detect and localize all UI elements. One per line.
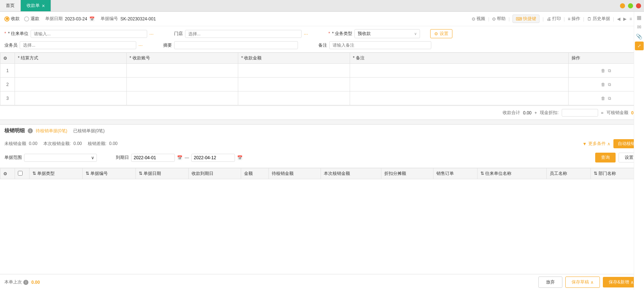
operations-btn[interactable]: ≡ 操作 bbox=[568, 16, 580, 22]
more-conditions-btn[interactable]: ▼ 更多条件 ∧ bbox=[582, 141, 610, 147]
reconcile-title: 核销明细 bbox=[4, 128, 25, 134]
counterpart-input[interactable] bbox=[31, 30, 147, 38]
row-settlement-2[interactable] bbox=[15, 78, 127, 91]
arrow-up-icon: ∧ bbox=[607, 141, 610, 146]
radio-refund[interactable]: 退款 bbox=[24, 16, 39, 22]
radio-receipt-dot bbox=[4, 16, 9, 21]
settings-label: 设置 bbox=[440, 31, 448, 37]
select-all-checkbox[interactable] bbox=[18, 171, 23, 176]
total-label: 收款合计 bbox=[503, 110, 520, 116]
business-type-value: 预收款 bbox=[358, 31, 371, 37]
salesperson-label: 业务员 bbox=[4, 42, 17, 48]
tab-close-icon[interactable]: × bbox=[42, 3, 45, 9]
row-amount-2[interactable] bbox=[238, 78, 350, 91]
table-gear-icon: ⚙ bbox=[3, 56, 7, 61]
tab-home[interactable]: 首页 bbox=[0, 0, 21, 11]
summary-input[interactable] bbox=[174, 41, 298, 49]
counterpart-more-btn[interactable]: ··· bbox=[149, 31, 154, 37]
right-sidebar: ▦ ✉ 📎 ⤢ bbox=[634, 12, 644, 290]
history-btn[interactable]: 🗒 历史单据 bbox=[587, 16, 610, 22]
bottom-col-amount: 金额 bbox=[241, 168, 268, 179]
bottom-col-checkbox[interactable] bbox=[15, 168, 30, 179]
sidebar-table-icon[interactable]: ▦ bbox=[635, 13, 644, 22]
plus-sign: + bbox=[534, 110, 537, 115]
print-btn[interactable]: 🖨 打印 bbox=[547, 16, 561, 22]
bottom-col-date: ⇅ 单据日期 bbox=[136, 168, 189, 179]
table-row: 1 🗑 ⧉ bbox=[0, 64, 644, 78]
row-settlement-3[interactable] bbox=[15, 91, 127, 105]
copy-icon-3[interactable]: ⧉ bbox=[608, 96, 611, 101]
bottom-col-number: ⇅ 单据编号 bbox=[82, 168, 136, 179]
store-more-btn[interactable]: ··· bbox=[304, 31, 308, 37]
range-select[interactable]: ∨ bbox=[24, 154, 97, 162]
tab-receipt[interactable]: 收款单 × bbox=[21, 0, 51, 11]
date-field: 单据日期 2023-03-24 📅 bbox=[45, 16, 95, 22]
bottom-col-counterpart: ⇅ 往来单位名称 bbox=[477, 168, 546, 179]
shortcuts-btn[interactable]: ⌨ 快捷键 bbox=[513, 15, 539, 23]
delete-icon-3[interactable]: 🗑 bbox=[601, 96, 605, 101]
left-arrow-icon[interactable]: ◀ bbox=[617, 16, 620, 21]
row-account-2[interactable] bbox=[126, 78, 238, 91]
row-remark-2[interactable] bbox=[350, 78, 568, 91]
salesperson-input[interactable] bbox=[20, 41, 136, 49]
bottom-col-pending: 待核销金额 bbox=[268, 168, 321, 179]
col-gear[interactable]: ⚙ bbox=[0, 53, 15, 64]
row-amount-1[interactable] bbox=[238, 64, 350, 78]
video-btn[interactable]: ⊙ 视频 bbox=[472, 16, 485, 22]
sidebar-email-icon[interactable]: ✉ bbox=[635, 23, 644, 31]
number-field: 单据编号 SK-20230324-001 bbox=[101, 16, 156, 22]
col-amount: * 收款金额 bbox=[238, 53, 350, 64]
help-btn[interactable]: ⊙ 帮助 bbox=[492, 16, 506, 22]
right-arrow-icon[interactable]: ▶ bbox=[623, 16, 627, 21]
reconcile-section: 核销明细 i 待核销单据(0笔) 已核销单据(0笔) 未核销金额 0.00 本次… bbox=[0, 125, 644, 168]
save-draft-button[interactable]: 保存草稿 ∧ bbox=[565, 277, 600, 288]
row-remark-1[interactable] bbox=[350, 64, 568, 78]
maximize-button[interactable] bbox=[628, 3, 633, 8]
video-icon: ⊙ bbox=[472, 16, 475, 21]
start-calendar-icon[interactable]: 📅 bbox=[177, 155, 182, 160]
row-account-1[interactable] bbox=[126, 64, 238, 78]
discount-input[interactable] bbox=[562, 109, 598, 117]
remark-input[interactable] bbox=[329, 41, 431, 49]
bottom-table-area: ⚙ ⇅ 单据类型 ⇅ 单据编号 ⇅ 单据日期 bbox=[0, 168, 644, 274]
delete-icon-1[interactable]: 🗑 bbox=[601, 68, 605, 73]
query-btn[interactable]: 查询 bbox=[595, 153, 616, 162]
row-account-3[interactable] bbox=[126, 91, 238, 105]
radio-receipt[interactable]: 收款 bbox=[4, 16, 20, 22]
sidebar-expand-icon[interactable]: ⤢ bbox=[635, 42, 644, 50]
store-input[interactable] bbox=[185, 30, 302, 38]
col-account: * 收款账号 bbox=[126, 53, 238, 64]
row-amount-3[interactable] bbox=[238, 91, 350, 105]
copy-icon-1[interactable]: ⧉ bbox=[608, 68, 611, 73]
copy-icon-2[interactable]: ⧉ bbox=[608, 82, 611, 87]
due-date-end-input[interactable] bbox=[191, 154, 235, 162]
filter-icon: ▼ bbox=[582, 141, 587, 146]
info-icon[interactable]: i bbox=[23, 280, 28, 285]
tab-pending[interactable]: 待核销单据(0笔) bbox=[36, 128, 67, 134]
salesperson-more-btn[interactable]: ··· bbox=[138, 42, 143, 48]
delete-icon-2[interactable]: 🗑 bbox=[601, 82, 605, 87]
business-type-select[interactable]: 预收款 ∨ bbox=[354, 29, 420, 38]
bottom-col-gear[interactable]: ⚙ bbox=[0, 168, 15, 179]
due-date-start-input[interactable] bbox=[131, 154, 175, 162]
counterpart-field: * * 往来单位 ··· bbox=[4, 30, 154, 38]
end-calendar-icon[interactable]: 📅 bbox=[237, 155, 243, 160]
calendar-icon[interactable]: 📅 bbox=[89, 16, 95, 21]
abandon-button[interactable]: 放弃 bbox=[538, 277, 562, 288]
reconcile-info-icon[interactable]: i bbox=[28, 128, 33, 133]
settings-button[interactable]: ⚙ 设置 bbox=[430, 29, 452, 38]
reconcile-right: ▼ 更多条件 ∧ 自动核销 bbox=[582, 139, 640, 148]
remark-field: 备注 bbox=[318, 41, 431, 49]
window-controls bbox=[620, 3, 644, 8]
sidebar-clip-icon[interactable]: 📎 bbox=[635, 32, 644, 41]
list-icon[interactable]: ≡ bbox=[629, 16, 632, 21]
close-button[interactable] bbox=[636, 3, 641, 8]
radio-refund-dot bbox=[24, 16, 29, 21]
row-settlement-1[interactable] bbox=[15, 64, 127, 78]
bottom-col-discount: 折扣分摊额 bbox=[381, 168, 433, 179]
minimize-button[interactable] bbox=[620, 3, 625, 8]
tab-done[interactable]: 已核销单据(0笔) bbox=[73, 128, 105, 134]
date-label: 单据日期 bbox=[45, 16, 63, 22]
range-label: 单据范围 bbox=[4, 154, 22, 161]
row-remark-3[interactable] bbox=[350, 91, 568, 105]
